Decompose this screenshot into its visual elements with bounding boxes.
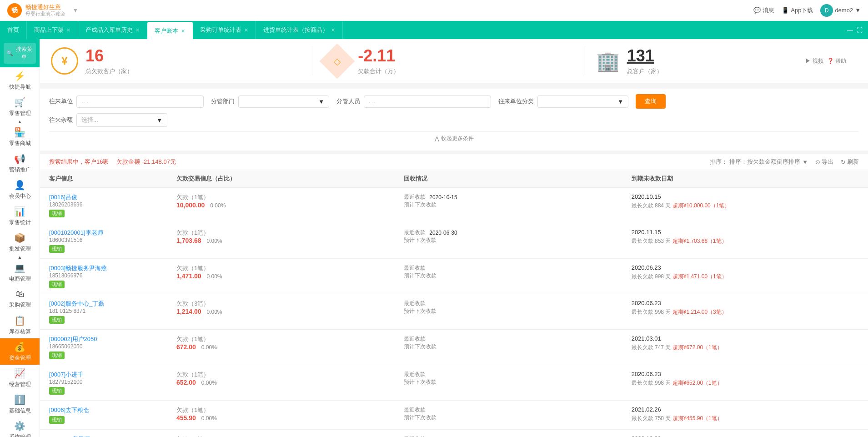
overdue-amount-link[interactable]: 超期¥455.90（1笔） (672, 415, 722, 422)
table-row: [0002]服务中心_丁磊 181 0125 8371 现销 欠款（3笔） 1,… (40, 294, 868, 330)
app-download-button[interactable]: 📱 App下载 (782, 6, 813, 15)
debt-total-icon: ◇ (323, 47, 351, 75)
search-menu-button[interactable]: 🔍 搜索菜单 (4, 43, 36, 64)
minimize-icon[interactable]: — (847, 27, 853, 34)
tab-product-listing[interactable]: 商品上下架 ✕ (27, 21, 78, 39)
balance-label: 往来余额 (49, 116, 73, 124)
sidebar-item-quick-nav[interactable]: ⚡ 快捷导航 (0, 67, 40, 94)
overdue-amount-link[interactable]: 超期¥10,000.00（1笔） (672, 202, 730, 209)
collapse-button[interactable]: ⋀ 收起更多条件 (49, 131, 859, 145)
debt-info-cell: 欠款（1笔） 1,471.00 0.00% (176, 264, 404, 280)
sort-selector[interactable]: 排序： 排序：按欠款金额倒序排序 ▼ (710, 158, 808, 166)
source-unit-input[interactable]: ··· (76, 95, 204, 108)
message-button[interactable]: 💬 消息 (753, 6, 774, 15)
sidebar: 🔍 搜索菜单 ⚡ 快捷导航 🛒 零售管理 ▲ 🏪 零售商城 📢 营销推广 👤 会… (0, 39, 40, 437)
unit-category-label: 往来单位分类 (498, 97, 534, 105)
filter-unit-category: 往来单位分类 ▼ (498, 95, 628, 108)
customer-phone: 18513066976 (49, 272, 176, 279)
customer-name-link[interactable]: [0001020001]李老师 (49, 229, 176, 237)
sidebar-item-ecommerce[interactable]: 💻 电商管理 (0, 259, 40, 286)
app-name: 畅捷通好生意 (25, 4, 65, 11)
tab-close-icon[interactable]: ✕ (135, 27, 140, 33)
customer-phone: 18665062050 (49, 343, 176, 350)
debt-info-cell: 欠款（1笔） 429.00 0.00% (176, 435, 404, 437)
export-button[interactable]: ⊙ 导出 (815, 158, 833, 166)
tab-close-icon[interactable]: ✕ (66, 27, 70, 33)
customer-phone: 13026203696 (49, 201, 176, 208)
help-icon[interactable]: ❓ 帮助 (827, 57, 846, 65)
sidebar-item-finance[interactable]: 💰 资金管理 (0, 338, 40, 365)
overdue-amount-link[interactable]: 超期¥672.00（1笔） (672, 344, 722, 351)
sidebar-item-retail-mall[interactable]: 🏪 零售商城 (0, 124, 40, 150)
video-icon[interactable]: ▶ 视频 (805, 57, 823, 65)
tab-purchase-order[interactable]: 采购订单统计表 ✕ (193, 21, 256, 39)
sidebar-item-retail-stats[interactable]: 📊 零售统计 (0, 203, 40, 229)
query-button[interactable]: 查询 (636, 94, 666, 109)
sidebar-item-system[interactable]: ⚙️ 系统管理 (0, 417, 40, 437)
overdue-amount-link[interactable]: 超期¥1,703.68（1笔） (672, 238, 727, 244)
recovery-cell: 最近收款 预计下次收款 (404, 335, 631, 351)
debt-info-cell: 欠款（1笔） 1,703.68 0.00% (176, 229, 404, 244)
tab-customer-account[interactable]: 客户账本 ✕ (147, 22, 193, 39)
filter-manager: 分管人员 ··· (336, 95, 491, 108)
customer-phone: 18600391516 (49, 237, 176, 243)
table-row: [000002]用户2050 18665062050 现销 欠款（1笔） 672… (40, 330, 868, 365)
chevron-down-icon[interactable]: ▼ (73, 7, 78, 14)
total-customers-icon: 🏢 (596, 50, 620, 72)
manager-input[interactable]: ··· (364, 95, 491, 108)
refresh-button[interactable]: ↻ 刷新 (841, 158, 859, 166)
customer-info-cell: [0003]畅捷服务尹海燕 18513066976 现销 (49, 264, 176, 288)
filter-source-unit: 往来单位 ··· (49, 95, 204, 108)
customer-info-cell: [0002]服务中心_丁磊 181 0125 8371 现销 (49, 300, 176, 324)
balance-placeholder: 选择... (81, 116, 98, 124)
sidebar-item-wholesale-mgmt[interactable]: 📦 批发管理 ▲ (0, 233, 40, 259)
operations-icon: 📈 (14, 368, 25, 379)
sidebar-item-operations[interactable]: 📈 经营管理 (0, 365, 40, 391)
system-icon: ⚙️ (14, 421, 25, 432)
user-profile[interactable]: D demo2 ▼ (820, 4, 861, 17)
tab-close-icon[interactable]: ✕ (331, 27, 335, 33)
sidebar-item-purchase[interactable]: 🛍 采购管理 (0, 286, 40, 312)
overdue-amount-link[interactable]: 超期¥1,471.00（1笔） (672, 273, 727, 280)
avatar: D (820, 4, 833, 17)
tab-close-icon[interactable]: ✕ (244, 27, 248, 33)
customer-name-link[interactable]: [0007]小进千 (49, 371, 176, 379)
search-icon: 🔍 (6, 50, 13, 56)
overdue-amount-link[interactable]: 超期¥1,214.00（3笔） (672, 309, 727, 315)
sidebar-item-inventory[interactable]: 📋 库存核算 (0, 312, 40, 338)
sidebar-item-marketing[interactable]: 📢 营销推广 (0, 150, 40, 176)
balance-select[interactable]: 选择... ▼ (76, 113, 167, 127)
maximize-icon[interactable]: ⛶ (857, 27, 863, 34)
sidebar-item-retail-mgmt[interactable]: 🛒 零售管理 ▲ (0, 97, 40, 124)
customer-name-link[interactable]: [0003]畅捷服务尹海燕 (49, 264, 176, 272)
debt-info-cell: 欠款（1笔） 10,000.00 0.00% (176, 193, 404, 209)
unit-category-select[interactable]: ▼ (537, 95, 628, 108)
col-header-customer: 客户信息 (49, 175, 176, 183)
customer-name-link[interactable]: [000001]黄思源 (49, 435, 176, 437)
debt-amount: 1,471.00 (176, 272, 201, 280)
sidebar-item-member-center[interactable]: 👤 会员中心 (0, 176, 40, 203)
debt-count: 欠款（1笔） (176, 193, 404, 201)
table-row: [0006]去下粮仓 现销 欠款（1笔） 455.90 0.00% 最近收款 (40, 401, 868, 430)
recovery-cell: 最近收款 2020-06-30 预计下次收款 (404, 229, 631, 244)
retail-stats-icon: 📊 (14, 206, 25, 217)
tab-close-icon[interactable]: ✕ (181, 28, 185, 34)
customer-name-link[interactable]: [0016]吕俊 (49, 193, 176, 201)
customer-info-cell: [000001]黄思源 13552700226 现销 (49, 435, 176, 437)
result-bar: 搜索结果中，客户16家 欠款金额 -21,148.07元 排序： 排序：按欠款金… (40, 154, 868, 170)
department-select[interactable]: ▼ (238, 95, 329, 108)
source-unit-label: 往来单位 (49, 97, 73, 105)
tab-home[interactable]: 首页 (0, 21, 27, 39)
overdue-amount-link[interactable]: 超期¥652.00（1笔） (672, 380, 722, 386)
customer-name-link[interactable]: [0002]服务中心_丁磊 (49, 300, 176, 308)
tab-product-history[interactable]: 产成品入库单历史 ✕ (78, 21, 147, 39)
chevron-down-icon: ▼ (617, 98, 623, 105)
tab-purchase-stats[interactable]: 进货单统计表（按商品） ✕ (256, 21, 343, 39)
customer-name-link[interactable]: [0006]去下粮仓 (49, 406, 176, 414)
sidebar-item-basic-info[interactable]: ℹ️ 基础信息 (0, 391, 40, 417)
customer-name-link[interactable]: [000002]用户2050 (49, 335, 176, 343)
result-actions: 排序： 排序：按欠款金额倒序排序 ▼ ⊙ 导出 ↻ 刷新 (710, 158, 859, 166)
debt-info-cell: 欠款（3笔） 1,214.00 0.00% (176, 300, 404, 315)
customer-info-cell: [000002]用户2050 18665062050 现销 (49, 335, 176, 359)
download-icon: 📱 (782, 7, 789, 14)
